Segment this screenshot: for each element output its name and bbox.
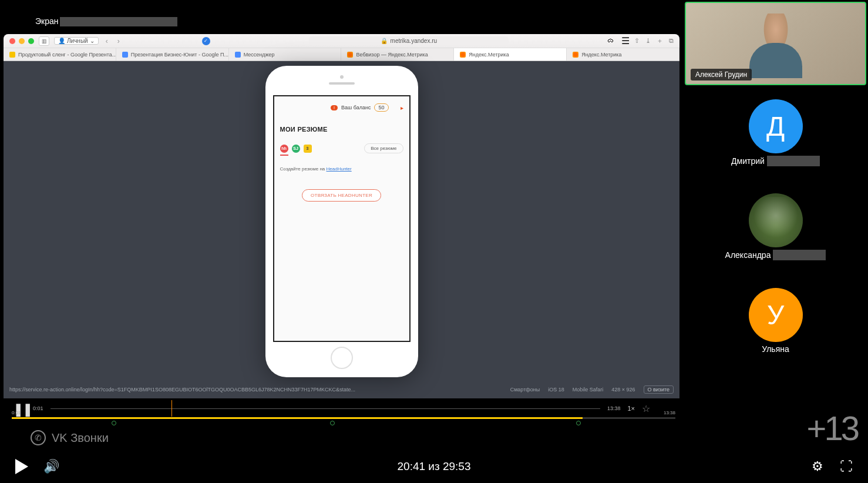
participant-tile[interactable]: Д Дмитрий xyxy=(683,87,868,181)
close-window-icon[interactable] xyxy=(9,38,15,44)
tab-label: Презентация Бизнес-Юнит - Google П... xyxy=(131,52,228,58)
browser-tab[interactable]: Яндекс.Метрика xyxy=(567,48,679,61)
tab-label: Продуктовый сленг - Google Презента... xyxy=(18,52,116,58)
screen-share-label: Экран xyxy=(31,14,182,29)
translate-icon[interactable]: ☰ xyxy=(621,35,630,46)
balance-value: 50 xyxy=(374,103,388,112)
timeline-end-label: 13:38 xyxy=(607,405,621,411)
session-url: https://service.re-action.online/logIn/h… xyxy=(9,387,355,393)
marker-icon[interactable] xyxy=(112,421,116,425)
tab-favicon xyxy=(460,52,466,58)
create-resume-hint: Создайте резюме на HeadHunter xyxy=(280,166,403,172)
phone-speaker-icon xyxy=(329,82,355,85)
vk-brand-text: VK Звонки xyxy=(52,431,109,445)
tab-favicon xyxy=(573,52,578,58)
participant-tile-camera[interactable]: Алексей Грудин xyxy=(685,2,866,85)
balance-label: Ваш баланс xyxy=(341,105,371,110)
reader-icon[interactable]: ᯅ xyxy=(607,36,617,46)
profile-label: Личный xyxy=(67,38,88,44)
playhead-cursor[interactable] xyxy=(171,400,172,417)
participant-first-name: Александра xyxy=(725,250,771,260)
participant-tile[interactable]: Александра xyxy=(683,181,868,275)
timeline-start-label: 0:01 xyxy=(33,405,43,411)
participant-name: Александра xyxy=(721,247,831,263)
tab-label: Яндекс.Метрика xyxy=(469,52,509,58)
active-source-underline xyxy=(280,155,288,156)
about-visit-button[interactable]: О визите xyxy=(644,385,674,394)
all-resume-button[interactable]: Все резюме xyxy=(364,143,403,153)
resume-sources-row: hh SJ 3 Все резюме xyxy=(280,143,403,153)
tab-favicon xyxy=(235,52,241,58)
screen-share-text: Экран xyxy=(35,16,59,26)
minimize-window-icon[interactable] xyxy=(19,38,25,44)
phone-handset-icon: ✆ xyxy=(31,430,46,445)
sj-source-icon[interactable]: SJ xyxy=(292,145,300,153)
play-icon[interactable] xyxy=(15,459,28,474)
browser-tab[interactable]: Мессенджер xyxy=(229,48,342,61)
hh-source-icon[interactable]: hh xyxy=(280,145,288,153)
create-prefix: Создайте резюме на xyxy=(280,166,327,172)
participant-tile[interactable]: У Ульяна xyxy=(683,275,868,369)
session-info-bar: https://service.re-action.online/logIn/h… xyxy=(9,385,674,394)
url-text: metrika.yandex.ru xyxy=(391,38,437,44)
browser-titlebar: ▥ 👤 Личный ⌄ ‹ › ✓ 🔒 metrika.yandex.ru ᯅ… xyxy=(4,34,679,48)
more-participants-count[interactable]: +13 xyxy=(807,408,857,448)
tab-favicon xyxy=(122,52,128,58)
browser-tab[interactable]: Продуктовый сленг - Google Презента... xyxy=(4,48,116,61)
participant-name: Дмитрий xyxy=(726,153,825,169)
browser-tab[interactable]: Вебвизор — Яндекс.Метрика xyxy=(341,48,454,61)
nav-back-icon[interactable]: ‹ xyxy=(103,37,110,45)
source-count-badge[interactable]: 3 xyxy=(304,145,312,153)
phone-home-button xyxy=(331,347,353,369)
unlink-headhunter-button[interactable]: ОТВЯЗАТЬ HEADHUNTER xyxy=(302,189,381,202)
volume-icon[interactable]: 🔊 xyxy=(43,459,59,474)
resolution-label: 428 × 926 xyxy=(611,387,635,393)
os-label: iOS 18 xyxy=(548,387,564,393)
segment-track[interactable]: 0:01 13:38 xyxy=(12,417,675,419)
balance-row: ! Ваш баланс 50 ▸ xyxy=(280,103,403,112)
avatar-letter: Д xyxy=(766,110,785,142)
ua-browser: Mobile Safari xyxy=(573,387,604,393)
video-player-controls: 🔊 20:41 из 29:53 ⚙ ⛶ xyxy=(0,450,868,483)
tabs-overview-icon[interactable]: ⧉ xyxy=(669,37,674,45)
browser-tab[interactable]: Презентация Бизнес-Юнит - Google П... xyxy=(116,48,229,61)
participants-panel: Алексей Грудин Д Дмитрий Александра У Ул… xyxy=(683,0,868,483)
browser-tab-active[interactable]: Яндекс.Метрика xyxy=(454,48,567,61)
fullscreen-icon[interactable]: ⛶ xyxy=(840,459,853,474)
marker-icon[interactable] xyxy=(576,421,581,425)
download-icon[interactable]: ⤓ xyxy=(645,37,651,45)
device-type: Смартфоны xyxy=(510,387,540,393)
lock-icon: 🔒 xyxy=(381,38,388,44)
webvisor-viewport: ! Ваш баланс 50 ▸ МОИ РЕЗЮМЕ hh SJ 3 Все… xyxy=(4,61,679,398)
window-traffic-lights[interactable] xyxy=(9,38,34,44)
browser-profile-button[interactable]: 👤 Личный ⌄ xyxy=(54,37,99,45)
tab-label: Мессенджер xyxy=(244,52,275,58)
activity-waveform[interactable] xyxy=(51,402,600,414)
section-title: МОИ РЕЗЮМЕ xyxy=(280,126,403,133)
playback-time: 20:41 из 29:53 xyxy=(398,460,471,473)
avatar: Д xyxy=(749,99,803,153)
sidebar-toggle-icon[interactable]: ▥ xyxy=(39,36,49,46)
nav-forward-icon[interactable]: › xyxy=(115,37,122,45)
tab-favicon xyxy=(9,52,15,58)
redacted-presenter-name xyxy=(60,17,177,26)
address-bar[interactable]: 🔒 metrika.yandex.ru xyxy=(309,36,509,45)
privacy-shield-icon[interactable]: ✓ xyxy=(202,37,210,45)
participant-first-name: Ульяна xyxy=(762,344,789,354)
browser-tab-strip: Продуктовый сленг - Google Презента... П… xyxy=(4,48,679,61)
share-icon[interactable]: ⇧ xyxy=(634,37,640,45)
notification-badge-icon[interactable]: ! xyxy=(331,105,338,110)
star-icon[interactable]: ☆ xyxy=(642,403,650,414)
playback-speed-button[interactable]: 1× xyxy=(627,405,635,412)
participant-video xyxy=(755,14,796,66)
segment-end-label: 13:38 xyxy=(664,410,675,415)
person-icon: 👤 xyxy=(58,38,65,44)
phone-mockup: ! Ваш баланс 50 ▸ МОИ РЕЗЮМЕ hh SJ 3 Все… xyxy=(265,66,418,377)
maximize-window-icon[interactable] xyxy=(28,38,34,44)
participant-name: Ульяна xyxy=(757,342,794,356)
settings-gear-icon[interactable]: ⚙ xyxy=(812,459,823,474)
new-tab-icon[interactable]: ＋ xyxy=(657,36,663,45)
flag-icon[interactable]: ▸ xyxy=(401,105,403,111)
headhunter-link[interactable]: HeadHunter xyxy=(327,166,352,172)
phone-camera-icon xyxy=(340,75,344,79)
